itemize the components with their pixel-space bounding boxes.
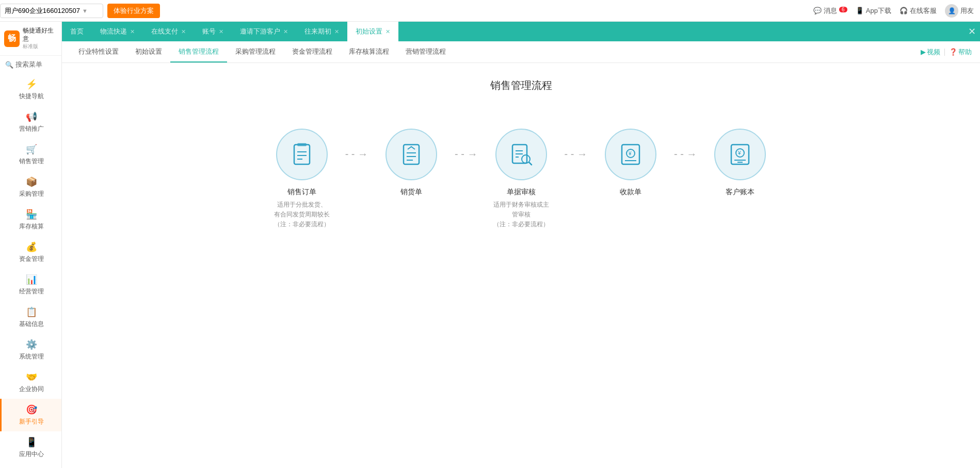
user-action[interactable]: 👤 用友 [945, 4, 974, 18]
sidebar-item-label-inventory: 库存核算 [19, 222, 44, 231]
sidebar: 畅 畅捷通好生意 标准版 🔍 搜索菜单 ⚡ 快捷导航 📢 营销推广 🛒 销售管理… [0, 22, 62, 468]
sidebar-item-label-purchase: 采购管理 [19, 190, 44, 198]
nav-tab-初始设置[interactable]: 初始设置✕ [347, 22, 398, 41]
tab-close-icon[interactable]: ✕ [219, 28, 223, 35]
actions-divider [944, 49, 945, 56]
flow-label-delivery-note: 销货单 [400, 188, 422, 197]
sub-tab-库存核算流程[interactable]: 库存核算流程 [341, 41, 397, 63]
flow-step-delivery-note[interactable]: 销货单 [370, 129, 453, 200]
sidebar-item-label-finance: 资金管理 [19, 255, 44, 263]
nav-tab-label: 在线支付 [151, 27, 178, 36]
marketing-icon: 📢 [26, 111, 37, 122]
svg-text:¥: ¥ [628, 151, 632, 157]
flow-label-receipt: 收款单 [620, 188, 641, 197]
message-badge: 6 [839, 7, 847, 12]
header-right: 💬 消息 6 📱 App下载 🎧 在线客服 👤 用友 [813, 4, 974, 18]
flow-desc-sales-order: 适用于分批发货、有合同发货周期较长（注：非必要流程） [274, 200, 330, 230]
message-label: 消息 [824, 6, 837, 15]
trial-button[interactable]: 体验行业方案 [107, 4, 160, 18]
top-header: 用户690企业1660120507 ▼ 体验行业方案 💬 消息 6 📱 App下… [0, 0, 980, 22]
sidebar-item-business[interactable]: 📊 经营管理 [0, 269, 61, 301]
purchase-icon: 📦 [26, 176, 37, 188]
sub-tab-label: 资金管理流程 [292, 47, 332, 56]
svg-rect-5 [404, 145, 419, 164]
message-action[interactable]: 💬 消息 6 [813, 6, 847, 15]
sub-tab-营销管理流程[interactable]: 营销管理流程 [397, 41, 454, 63]
close-all-tabs[interactable]: ✕ [968, 26, 976, 37]
sub-tab-行业特性设置[interactable]: 行业特性设置 [70, 41, 127, 63]
logo-icon: 畅 [4, 30, 20, 47]
flow-label-sales-order: 销售订单 [287, 188, 316, 197]
sidebar-item-purchase[interactable]: 📦 采购管理 [0, 171, 61, 204]
svg-text:¥: ¥ [737, 150, 741, 156]
sub-tab-label: 采购管理流程 [235, 47, 276, 56]
quick-nav-icon: ⚡ [26, 79, 37, 90]
sidebar-item-cooperation[interactable]: 🤝 企业协同 [0, 366, 61, 399]
user-name-label: 用友 [960, 6, 974, 15]
user-selector[interactable]: 用户690企业1660120507 ▼ [0, 4, 103, 18]
online-service-action[interactable]: 🎧 在线客服 [899, 6, 937, 15]
flow-step-receipt[interactable]: ¥ 收款单 [589, 129, 672, 200]
sub-tabs-header: 行业特性设置初始设置销售管理流程采购管理流程资金管理流程库存核算流程营销管理流程… [62, 41, 980, 63]
app-download-action[interactable]: 📱 App下载 [856, 6, 891, 15]
sub-tab-label: 库存核算流程 [349, 47, 389, 56]
nav-tab-往来期初[interactable]: 往来期初✕ [296, 22, 347, 41]
flow-step-account-book[interactable]: ¥ 客户账本 [699, 129, 781, 200]
search-menu[interactable]: 🔍 搜索菜单 [0, 56, 61, 73]
sidebar-item-label-cooperation: 企业协同 [19, 385, 44, 394]
svg-rect-1 [297, 143, 307, 146]
sub-tab-actions: ▶ 视频 ❓ 帮助 [921, 48, 972, 57]
search-label: 搜索菜单 [15, 60, 42, 69]
tab-close-icon[interactable]: ✕ [130, 28, 135, 35]
video-label: 视频 [927, 48, 940, 57]
flow-step-sales-order[interactable]: 销售订单 适用于分批发货、有合同发货周期较长（注：非必要流程） [261, 129, 343, 230]
tab-close-icon[interactable]: ✕ [334, 28, 339, 35]
tab-close-icon[interactable]: ✕ [181, 28, 186, 35]
sidebar-item-system[interactable]: ⚙️ 系统管理 [0, 334, 61, 366]
help-link[interactable]: ❓ 帮助 [949, 48, 972, 57]
tab-close-icon[interactable]: ✕ [283, 28, 288, 35]
online-service-label: 在线客服 [910, 6, 937, 15]
nav-tab-邀请下游客户[interactable]: 邀请下游客户✕ [232, 22, 296, 41]
message-icon: 💬 [813, 7, 822, 14]
help-label: 帮助 [958, 48, 972, 57]
sub-tab-销售管理流程[interactable]: 销售管理流程 [170, 41, 227, 63]
sidebar-item-newbie[interactable]: 🎯 新手引导 [0, 399, 61, 431]
sub-tab-资金管理流程[interactable]: 资金管理流程 [284, 41, 341, 63]
avatar: 👤 [945, 4, 958, 18]
sub-tab-采购管理流程[interactable]: 采购管理流程 [227, 41, 284, 63]
sidebar-item-basic[interactable]: 📋 基础信息 [0, 301, 61, 334]
sidebar-item-marketing[interactable]: 📢 营销推广 [0, 106, 61, 138]
video-link[interactable]: ▶ 视频 [921, 48, 940, 57]
nav-tab-在线支付[interactable]: 在线支付✕ [143, 22, 194, 41]
sidebar-item-app-center[interactable]: 📱 应用中心 [0, 431, 61, 464]
flow-label-account-book: 客户账本 [726, 188, 754, 197]
sub-tabs-list: 行业特性设置初始设置销售管理流程采购管理流程资金管理流程库存核算流程营销管理流程 [70, 41, 454, 63]
chevron-down-icon: ▼ [82, 8, 88, 14]
flow-circle-audit [495, 129, 547, 180]
nav-tab-物流快递[interactable]: 物流快递✕ [92, 22, 143, 41]
flow-circle-delivery-note [385, 129, 437, 180]
nav-tab-首页[interactable]: 首页 [62, 22, 92, 41]
flow-desc-audit: 适用于财务审核或主管审核（注：非必要流程） [493, 200, 549, 230]
sidebar-item-wechat[interactable]: 💬 企业微信 [0, 464, 61, 468]
flow-step-audit[interactable]: 单据审核 适用于财务审核或主管审核（注：非必要流程） [480, 129, 563, 230]
sidebar-item-label-newbie: 新手引导 [19, 417, 44, 426]
sidebar-item-finance[interactable]: 💰 资金管理 [0, 236, 61, 269]
sidebar-item-quick-nav[interactable]: ⚡ 快捷导航 [0, 73, 61, 106]
sidebar-item-label-system: 系统管理 [19, 352, 44, 361]
arrow-icon: - - → [345, 148, 368, 160]
business-icon: 📊 [26, 274, 37, 285]
play-icon: ▶ [921, 48, 926, 56]
sidebar-logo: 畅 畅捷通好生意 标准版 [0, 22, 61, 56]
sidebar-item-sales[interactable]: 🛒 销售管理 [0, 138, 61, 171]
help-icon: ❓ [949, 48, 957, 56]
nav-tab-账号[interactable]: 账号✕ [194, 22, 232, 41]
sidebar-item-inventory[interactable]: 🏪 库存核算 [0, 204, 61, 236]
sidebar-items: ⚡ 快捷导航 📢 营销推广 🛒 销售管理 📦 采购管理 🏪 库存核算 💰 资金管… [0, 73, 61, 468]
nav-tab-label: 物流快递 [100, 27, 127, 36]
sub-tab-初始设置[interactable]: 初始设置 [127, 41, 170, 63]
sidebar-item-label-marketing: 营销推广 [19, 124, 44, 133]
tab-close-icon[interactable]: ✕ [385, 28, 390, 35]
sidebar-item-label-sales: 销售管理 [19, 157, 44, 166]
